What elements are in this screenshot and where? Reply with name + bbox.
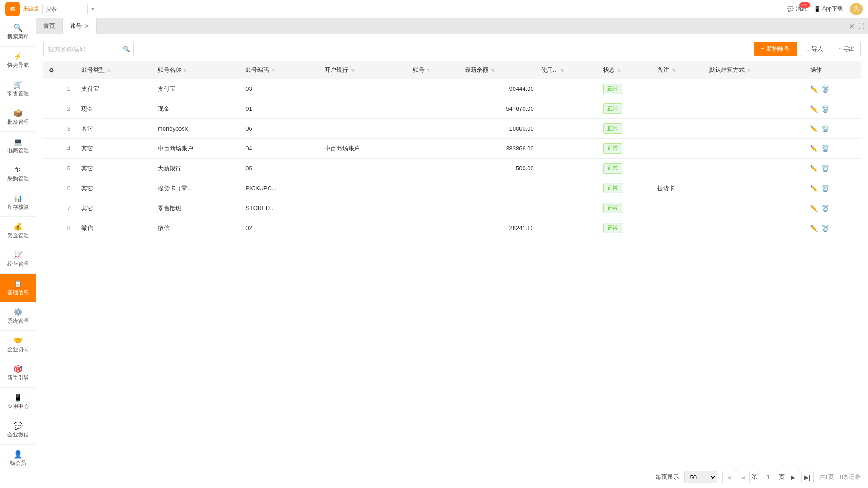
th-balance[interactable]: 最新余额 ⇅ bbox=[461, 61, 538, 79]
add-account-button[interactable]: + 新增账号 bbox=[754, 42, 797, 56]
th-default-settle[interactable]: 默认结算方式 ⇅ bbox=[706, 61, 807, 79]
row-num-7: 8 bbox=[60, 218, 78, 238]
delete-button-2[interactable]: 🗑️ bbox=[821, 125, 829, 132]
table-row: 8 微信 微信 02 28241.10 正常 ✏️ 🗑️ bbox=[43, 218, 861, 238]
dropdown-arrow-icon[interactable]: ▾ bbox=[91, 5, 94, 12]
row-balance-0: -90444.00 bbox=[461, 79, 538, 99]
delete-button-3[interactable]: 🗑️ bbox=[821, 145, 829, 152]
prev-page-button[interactable]: ◀ bbox=[737, 471, 750, 483]
sidebar-item-member[interactable]: 👤畅会员 bbox=[0, 445, 36, 473]
row-settings-3 bbox=[43, 139, 60, 159]
delete-button-7[interactable]: 🗑️ bbox=[821, 225, 829, 232]
toolbar-right: + 新增账号 ↓ 导入 ↑ 导出 bbox=[754, 42, 861, 56]
table-row: 7 其它 零售抵现 STORED... 正常 ✏️ 🗑️ bbox=[43, 198, 861, 218]
page-input[interactable] bbox=[759, 471, 777, 483]
th-usage[interactable]: 使用... ⇅ bbox=[538, 61, 599, 79]
th-name[interactable]: 账号名称 ⇅ bbox=[154, 61, 242, 79]
import-button[interactable]: ↓ 导入 bbox=[801, 42, 829, 56]
tab-close-account[interactable]: ✕ bbox=[85, 23, 89, 29]
next-page-button[interactable]: ▶ bbox=[787, 471, 799, 483]
row-settings-6 bbox=[43, 198, 60, 218]
th-settings[interactable]: ⚙ bbox=[43, 61, 60, 79]
last-page-button[interactable]: ▶| bbox=[801, 471, 814, 483]
sidebar-item-basic-info[interactable]: 📋基础信息 bbox=[0, 274, 36, 302]
edit-button-7[interactable]: ✏️ bbox=[810, 225, 818, 232]
sidebar-item-wholesale-mgmt[interactable]: 📦批发管理 bbox=[0, 103, 36, 132]
per-page-select[interactable]: 50 100 200 bbox=[684, 471, 717, 483]
row-type-7: 微信 bbox=[78, 218, 154, 238]
th-type[interactable]: 账号类型 ⇅ bbox=[78, 61, 154, 79]
row-actions-2: ✏️ 🗑️ bbox=[807, 119, 861, 139]
sort-remark-icon[interactable]: ⇅ bbox=[672, 68, 675, 73]
app-download-button[interactable]: 📱 App下载 bbox=[814, 5, 843, 13]
sidebar-item-quick-nav[interactable]: ⚡快捷导航 bbox=[0, 47, 36, 75]
delete-button-1[interactable]: 🗑️ bbox=[821, 105, 829, 113]
sort-status-icon[interactable]: ⇅ bbox=[618, 68, 621, 73]
sidebar-label-purchase-mgmt: 采购管理 bbox=[7, 175, 29, 183]
tab-home[interactable]: 首页 bbox=[36, 18, 63, 34]
sort-account-icon[interactable]: ⇅ bbox=[427, 68, 430, 73]
table-wrap: ⚙ 账号类型 ⇅ 账号名称 ⇅ 账号编码 ⇅ 开户银行 ⇅ 账号 ⇅ 最新余额 … bbox=[43, 61, 861, 238]
sort-code-icon[interactable]: ⇅ bbox=[272, 68, 275, 73]
avatar[interactable]: 头 bbox=[850, 3, 863, 15]
sidebar-item-retail-mgmt[interactable]: 🛒零售管理 bbox=[0, 75, 36, 103]
sidebar-item-system-mgmt[interactable]: ⚙️系统管理 bbox=[0, 302, 36, 331]
row-type-4: 其它 bbox=[78, 159, 154, 178]
sort-settle-icon[interactable]: ⇅ bbox=[747, 68, 751, 73]
export-button[interactable]: ↑ 导出 bbox=[833, 42, 861, 56]
th-bank[interactable]: 开户银行 ⇅ bbox=[321, 61, 409, 79]
delete-button-4[interactable]: 🗑️ bbox=[821, 165, 829, 172]
delete-button-0[interactable]: 🗑️ bbox=[821, 85, 829, 93]
top-search-input[interactable] bbox=[42, 4, 88, 14]
sidebar-item-finance-mgmt[interactable]: 💰资金管理 bbox=[0, 217, 36, 245]
th-remark[interactable]: 备注 ⇅ bbox=[654, 61, 706, 79]
tab-close-action[interactable]: ✕ bbox=[849, 23, 854, 30]
sort-name-icon[interactable]: ⇅ bbox=[184, 68, 187, 73]
edit-button-6[interactable]: ✏️ bbox=[810, 205, 818, 212]
tab-label-account: 账号 bbox=[70, 22, 82, 30]
row-status-0: 正常 bbox=[599, 79, 654, 99]
row-balance-6 bbox=[461, 198, 538, 218]
delete-button-5[interactable]: 🗑️ bbox=[821, 185, 829, 192]
th-status[interactable]: 状态 ⇅ bbox=[599, 61, 654, 79]
row-status-1: 正常 bbox=[599, 99, 654, 119]
row-code-3: 04 bbox=[242, 139, 321, 159]
row-account-7 bbox=[409, 218, 461, 238]
row-remark-7 bbox=[654, 218, 706, 238]
sidebar-item-search-menu[interactable]: 🔍搜索菜单 bbox=[0, 18, 36, 47]
sidebar-item-app-center[interactable]: 📱应用中心 bbox=[0, 388, 36, 416]
edit-button-4[interactable]: ✏️ bbox=[810, 165, 818, 172]
edit-button-2[interactable]: ✏️ bbox=[810, 125, 818, 132]
edit-button-1[interactable]: ✏️ bbox=[810, 105, 818, 113]
edit-button-3[interactable]: ✏️ bbox=[810, 145, 818, 152]
sidebar-item-ecommerce-mgmt[interactable]: 💻电商管理 bbox=[0, 132, 36, 160]
search-input[interactable] bbox=[43, 42, 134, 56]
first-page-button[interactable]: |◀ bbox=[722, 471, 735, 483]
tab-account[interactable]: 账号✕ bbox=[63, 18, 97, 34]
message-button[interactable]: 💬 消息 99+ bbox=[787, 5, 807, 13]
search-icon[interactable]: 🔍 bbox=[123, 46, 130, 52]
sidebar-item-new-guide[interactable]: 🎯新手引导 bbox=[0, 359, 36, 388]
sort-type-icon[interactable]: ⇅ bbox=[108, 68, 111, 73]
sidebar-item-enterprise-agreement[interactable]: 🤝企业协同 bbox=[0, 331, 36, 359]
tab-maximize-action[interactable]: ⛶ bbox=[858, 23, 864, 30]
sort-bank-icon[interactable]: ⇅ bbox=[351, 68, 354, 73]
sidebar-item-purchase-mgmt[interactable]: 🛍采购管理 bbox=[0, 160, 36, 188]
th-code[interactable]: 账号编码 ⇅ bbox=[242, 61, 321, 79]
th-account[interactable]: 账号 ⇅ bbox=[409, 61, 461, 79]
sidebar-label-enterprise-agreement: 企业协同 bbox=[7, 346, 29, 353]
sort-balance-icon[interactable]: ⇅ bbox=[491, 68, 495, 73]
th-num bbox=[60, 61, 78, 79]
logo-area: 稻 乐题版 bbox=[5, 2, 39, 16]
sidebar-item-enterprise-wechat[interactable]: 💬企业微信 bbox=[0, 416, 36, 445]
row-type-6: 其它 bbox=[78, 198, 154, 218]
edit-button-0[interactable]: ✏️ bbox=[810, 85, 818, 93]
row-name-0: 支付宝 bbox=[154, 79, 242, 99]
sidebar-item-operations-mgmt[interactable]: 📈经营管理 bbox=[0, 245, 36, 274]
row-settings-1 bbox=[43, 99, 60, 119]
row-name-6: 零售抵现 bbox=[154, 198, 242, 218]
sidebar-item-inventory[interactable]: 📊库存核算 bbox=[0, 188, 36, 217]
sort-usage-icon[interactable]: ⇅ bbox=[560, 68, 564, 73]
delete-button-6[interactable]: 🗑️ bbox=[821, 205, 829, 212]
edit-button-5[interactable]: ✏️ bbox=[810, 185, 818, 192]
